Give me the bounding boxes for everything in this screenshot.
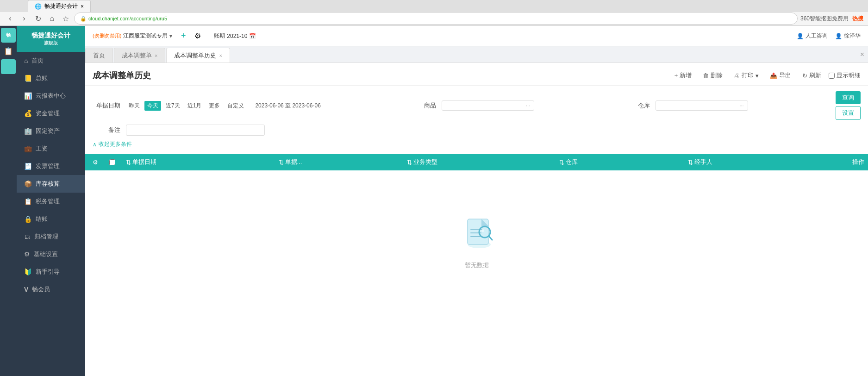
sidebar-label-archive: 归档管理	[34, 232, 58, 241]
warehouse-select[interactable]: ···	[656, 100, 748, 111]
sidebar: 畅捷通好会计 旗舰版 ⌂ 首页 📒 总账 📊 云报表中心 💰 资金管理 🏢	[17, 26, 85, 376]
sidebar-item-vip[interactable]: V 畅会员	[17, 281, 85, 298]
th-action: 操作	[837, 158, 864, 166]
tab-cost-adjust[interactable]: 成本调整单 ×	[114, 48, 165, 63]
filter-row-1: 单据日期 昨天 今天 近7天 近1月 更多 自定义 2023-06-06 至 2…	[93, 91, 861, 120]
sidebar-item-ledger[interactable]: 📒 总账	[17, 69, 85, 87]
note-filter-label: 备注	[93, 126, 120, 134]
note-input[interactable]	[126, 125, 265, 136]
user-info[interactable]: 👤 徐泽华	[835, 32, 861, 40]
sort-icon-num: ⇅	[279, 159, 284, 166]
date-tab-custom[interactable]: 自定义	[225, 101, 247, 111]
company-selector[interactable]: (勿删勿禁用) 江西服宝测试专用 ▾	[93, 32, 172, 40]
sidebar-item-closing[interactable]: 🔒 结账	[17, 210, 85, 228]
th-check[interactable]	[106, 159, 122, 165]
filter-settings-button[interactable]: 设置	[836, 106, 861, 120]
date-tab-last7[interactable]: 近7天	[163, 101, 183, 111]
sidebar-item-inventory[interactable]: 📦 库存核算	[17, 175, 85, 193]
sidebar-item-invoice[interactable]: 🧾 发票管理	[17, 157, 85, 175]
th-settings[interactable]: ⚙	[89, 159, 106, 166]
sidebar-label-reports: 云报表中心	[36, 92, 66, 100]
show-detail-checkbox[interactable]	[829, 73, 835, 79]
sidebar-item-payroll[interactable]: 💼 工资	[17, 140, 85, 157]
sort-icon-person: ⇅	[688, 159, 693, 166]
tab-home-label: 首页	[93, 51, 105, 60]
filter-area: 单据日期 昨天 今天 近7天 近1月 更多 自定义 2023-06-06 至 2…	[85, 86, 868, 154]
service-button[interactable]: 👤 人工咨询	[797, 32, 828, 40]
delete-button[interactable]: 🗑 删除	[699, 69, 726, 81]
sidebar-item-home[interactable]: ⌂ 首页	[17, 52, 85, 69]
rail-icon-2: ●	[6, 63, 10, 70]
add-button[interactable]: + 新增	[671, 69, 695, 81]
sidebar-item-guide[interactable]: 🔰 新手引导	[17, 263, 85, 281]
th-person[interactable]: ⇅ 经手人	[684, 158, 837, 166]
calendar-icon[interactable]: 📅	[249, 33, 256, 39]
date-tab-more[interactable]: 更多	[206, 101, 223, 111]
app-header: (勿删勿禁用) 江西服宝测试专用 ▾ + ⚙ 账期 2021-10 📅 👤 人工…	[85, 26, 868, 46]
settings-col-icon: ⚙	[93, 159, 98, 166]
sort-icon-date: ⇅	[126, 159, 131, 166]
ledger-icon: 📒	[24, 75, 32, 82]
sidebar-item-funds[interactable]: 💰 资金管理	[17, 105, 85, 122]
print-label: 打印	[742, 71, 754, 80]
guide-icon: 🔰	[24, 268, 32, 276]
export-button[interactable]: 📤 导出	[766, 69, 795, 81]
rail-item-2[interactable]: ●	[1, 59, 16, 74]
refresh-button[interactable]: ↻ 刷新	[799, 69, 825, 81]
user-avatar-icon: 👤	[835, 33, 842, 39]
tab-area-close[interactable]: ×	[860, 50, 864, 59]
tab-home[interactable]: 首页	[85, 48, 113, 63]
th-date[interactable]: ⇅ 单据日期	[122, 158, 275, 166]
table-container: ⚙ ⇅ 单据日期 ⇅ 单据... ⇅ 业务类型	[85, 154, 868, 307]
query-button[interactable]: 查询	[836, 91, 861, 104]
content-area: 成本调整单历史 + 新增 🗑 删除 🖨 打印 ▾ 📤 导出	[85, 63, 868, 376]
date-tab-last-month[interactable]: 近1月	[185, 101, 205, 111]
service-icon: 👤	[797, 33, 804, 39]
tab-cost-adjust-close[interactable]: ×	[155, 53, 157, 58]
export-label: 导出	[779, 71, 791, 80]
sidebar-label-closing: 结账	[36, 215, 48, 223]
sidebar-item-tax[interactable]: 📋 税务管理	[17, 193, 85, 210]
url-text: cloud.chanjet.com/accounting/uru5	[88, 16, 167, 21]
tab-cost-adjust-history-close[interactable]: ×	[219, 53, 222, 58]
forward-button[interactable]: ›	[19, 13, 30, 24]
back-button[interactable]: ‹	[5, 13, 16, 24]
sidebar-item-archive[interactable]: 🗂 归档管理	[17, 228, 85, 245]
browser-tab-active[interactable]: 🌐 畅捷通好会计 ×	[28, 0, 91, 12]
sidebar-item-assets[interactable]: 🏢 固定资产	[17, 122, 85, 140]
select-all-checkbox[interactable]	[109, 159, 115, 165]
sort-icon-type: ⇅	[407, 159, 412, 166]
settings-icon: ⚙	[24, 251, 30, 258]
star-button[interactable]: ☆	[60, 13, 71, 24]
home-button[interactable]: ⌂	[46, 13, 57, 24]
date-tab-today[interactable]: 今天	[144, 101, 161, 111]
print-button[interactable]: 🖨 打印 ▾	[730, 69, 762, 81]
goods-select[interactable]: ···	[442, 100, 534, 111]
sidebar-label-guide: 新手引导	[36, 268, 60, 276]
rail-item-logo[interactable]: 畅	[1, 28, 16, 43]
empty-illustration	[456, 210, 498, 251]
address-bar[interactable]: 🔒 cloud.chanjet.com/accounting/uru5	[74, 13, 798, 25]
refresh-button[interactable]: ↻	[32, 13, 44, 24]
th-type[interactable]: ⇅ 业务类型	[403, 158, 556, 166]
gear-settings-icon[interactable]: ⚙	[194, 31, 201, 40]
add-company-button[interactable]: +	[178, 31, 189, 42]
th-num-label: 单据...	[285, 158, 302, 166]
warehouse-filter-label: 仓库	[622, 101, 650, 110]
browser-tabs: 🌐 畅捷通好会计 ×	[0, 0, 868, 12]
rail-item-1[interactable]: 📋	[1, 44, 16, 58]
tab-close[interactable]: ×	[81, 3, 84, 10]
date-tab-yesterday[interactable]: 昨天	[126, 101, 143, 111]
sidebar-item-settings[interactable]: ⚙ 基础设置	[17, 245, 85, 263]
sidebar-item-reports[interactable]: 📊 云报表中心	[17, 87, 85, 105]
th-num[interactable]: ⇅ 单据...	[275, 158, 403, 166]
tab-cost-adjust-history-label: 成本调整单历史	[174, 51, 216, 60]
th-person-label: 经手人	[694, 158, 712, 166]
refresh-label: 刷新	[809, 71, 821, 80]
print-dropdown-icon: ▾	[756, 72, 759, 79]
th-warehouse[interactable]: ⇅ 仓库	[556, 158, 684, 166]
collapse-button[interactable]: ∧ 收起更多条件	[93, 140, 861, 148]
tab-cost-adjust-history[interactable]: 成本调整单历史 ×	[166, 48, 230, 63]
delete-label: 删除	[711, 71, 723, 80]
toolbar-actions: + 新增 🗑 删除 🖨 打印 ▾ 📤 导出 ↻	[671, 69, 861, 81]
